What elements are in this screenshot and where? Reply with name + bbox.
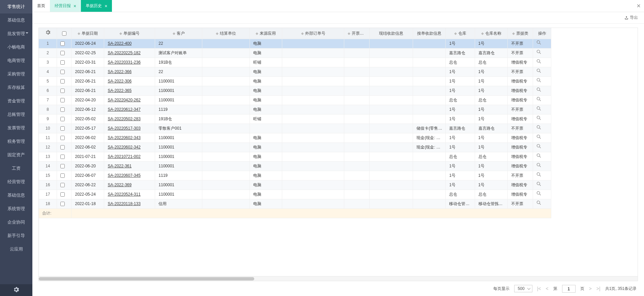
table-row[interactable]: 72022-04-20SA-20220420-2621100001电脑总仓总仓增…: [39, 96, 551, 105]
view-button[interactable]: [536, 192, 541, 197]
table-row[interactable]: 102022-05-17SA-20220517-303零散客户001储值卡(零售…: [39, 124, 551, 133]
sidebar-item[interactable]: 税务管理: [0, 135, 32, 148]
sort-icon[interactable]: [216, 32, 218, 36]
view-button[interactable]: [536, 126, 541, 131]
doc-link[interactable]: SA-20220612-347: [108, 107, 140, 112]
tab-bill-history[interactable]: 单据历史 ×: [81, 0, 112, 12]
page-input[interactable]: [562, 285, 576, 293]
sidebar-item[interactable]: 批发管理: [0, 27, 32, 40]
checkbox-column[interactable]: [57, 28, 71, 39]
col-bybill[interactable]: 按单收款信息: [413, 28, 446, 39]
table-row[interactable]: 82022-06-12SA-20220612-3471119电脑1号1号不开票: [39, 105, 551, 114]
view-button[interactable]: [536, 51, 541, 55]
col-cash[interactable]: 现结收款信息: [370, 28, 413, 39]
export-button[interactable]: 导出: [624, 15, 638, 21]
sort-icon[interactable]: [348, 32, 350, 36]
sidebar-settings[interactable]: [0, 284, 32, 296]
sidebar-item[interactable]: 工资: [0, 162, 32, 175]
col-unit[interactable]: 结算单位: [202, 28, 250, 39]
last-page-button[interactable]: >|: [596, 286, 601, 291]
doc-link[interactable]: SA-2022-400: [108, 41, 131, 46]
view-button[interactable]: [536, 145, 541, 150]
col-warehouse[interactable]: 仓库: [446, 28, 475, 39]
doc-link[interactable]: SA-20220225-182: [108, 51, 140, 55]
sidebar-item[interactable]: 资金管理: [0, 94, 32, 108]
next-page-button[interactable]: >: [589, 286, 592, 291]
view-button[interactable]: [536, 98, 541, 102]
table-row[interactable]: 92022-05-02SA-20220502-283191B仓旺铺1号1号增值税…: [39, 114, 551, 124]
view-button[interactable]: [536, 135, 541, 140]
sidebar-item[interactable]: 采购管理: [0, 67, 32, 81]
doc-link[interactable]: SA-20220118-133: [108, 201, 140, 206]
sort-icon[interactable]: [256, 32, 258, 36]
col-invoice[interactable]: 开票日期: [344, 28, 369, 39]
col-warehouse-name[interactable]: 仓库名称: [475, 28, 507, 39]
row-checkbox[interactable]: [60, 51, 65, 55]
doc-link[interactable]: SA-20220607-345: [108, 173, 140, 178]
per-page-select[interactable]: 500: [514, 285, 532, 292]
sidebar-item[interactable]: 小畅电商: [0, 40, 32, 54]
row-checkbox[interactable]: [60, 202, 65, 206]
doc-link[interactable]: SA-2022-361: [108, 164, 131, 168]
row-checkbox[interactable]: [60, 192, 65, 197]
table-row[interactable]: 42022-06-21SA-2022-36622电脑1号1号不开票: [39, 67, 551, 77]
col-date[interactable]: 单据日期: [71, 28, 104, 39]
table-row[interactable]: 122022-06-02SA-20220602-3421100001电脑现金(现…: [39, 143, 551, 152]
sidebar-item[interactable]: 新手引导: [0, 229, 32, 242]
row-checkbox[interactable]: [60, 136, 65, 140]
row-checkbox[interactable]: [60, 98, 65, 102]
table-row[interactable]: 32022-03-31SA-20220331-236191B仓旺铺总仓总仓增值税…: [39, 58, 551, 67]
sidebar-item[interactable]: 经营管理: [0, 175, 32, 189]
doc-link[interactable]: SA-2022-369: [108, 183, 131, 187]
row-checkbox[interactable]: [60, 155, 65, 159]
table-row[interactable]: 142022-06-20SA-2022-3611100001电脑1号1号增值税专: [39, 162, 551, 171]
table-row[interactable]: 12022-06-24SA-2022-40022电脑1号1号不开票: [39, 39, 551, 48]
sort-icon[interactable]: [454, 32, 457, 36]
view-button[interactable]: [536, 60, 541, 65]
sidebar-item[interactable]: 基础信息: [0, 189, 32, 202]
close-icon[interactable]: ×: [74, 4, 76, 8]
table-row[interactable]: 52022-06-21SA-2022-3061100001电脑1号1号增值税专: [39, 77, 551, 86]
sort-icon[interactable]: [173, 32, 175, 36]
table-row[interactable]: 112022-06-02SA-20220602-3431100001电脑现金(现…: [39, 133, 551, 143]
sidebar-item[interactable]: 电商管理: [0, 54, 32, 67]
sort-icon[interactable]: [481, 32, 484, 36]
table-row[interactable]: 172022-05-24SA-20220524-3111100001电脑总仓总仓…: [39, 190, 551, 199]
settings-column[interactable]: [39, 28, 57, 39]
doc-link[interactable]: SA-20210721-002: [108, 154, 140, 159]
row-checkbox[interactable]: [60, 145, 65, 150]
tab-business-daily[interactable]: 经营日报 ×: [50, 0, 81, 12]
sidebar-item[interactable]: 企业协同: [0, 216, 32, 229]
first-page-button[interactable]: |<: [537, 286, 541, 291]
doc-link[interactable]: SA-20220602-343: [108, 135, 140, 140]
close-icon[interactable]: ×: [105, 4, 107, 8]
col-ticket[interactable]: 票据类: [507, 28, 533, 39]
sidebar-item[interactable]: 库存核算: [0, 81, 32, 94]
doc-link[interactable]: SA-20220602-342: [108, 145, 140, 150]
row-checkbox[interactable]: [60, 107, 65, 112]
view-button[interactable]: [536, 69, 541, 74]
view-button[interactable]: [536, 79, 541, 84]
view-button[interactable]: [536, 201, 541, 206]
table-row[interactable]: 182022-01-18SA-20220118-133信用电脑移动仓管拣…移动仓…: [39, 199, 551, 209]
sidebar-item[interactable]: 系统管理: [0, 202, 32, 216]
sidebar-item[interactable]: 固定资产: [0, 148, 32, 162]
table-row[interactable]: 22022-02-25SA-20220225-182测试客户对账单电脑嘉言路仓嘉…: [39, 48, 551, 58]
view-button[interactable]: [536, 164, 541, 168]
scroll-thumb[interactable]: [39, 277, 254, 281]
sidebar-item[interactable]: 发票管理: [0, 121, 32, 135]
doc-link[interactable]: SA-20220420-262: [108, 98, 140, 102]
doc-link[interactable]: SA-2022-306: [108, 79, 131, 84]
prev-page-button[interactable]: <: [546, 286, 548, 291]
row-checkbox[interactable]: [60, 60, 65, 65]
sidebar-item[interactable]: 零售统计: [0, 0, 32, 13]
doc-link[interactable]: SA-2022-365: [108, 88, 131, 93]
row-checkbox[interactable]: [60, 117, 65, 121]
select-all-checkbox[interactable]: [62, 31, 66, 36]
col-customer[interactable]: 客户: [155, 28, 202, 39]
row-checkbox[interactable]: [60, 79, 65, 84]
sidebar-item[interactable]: 基础信息: [0, 13, 32, 27]
sort-icon[interactable]: [78, 32, 80, 36]
table-row[interactable]: 62022-06-21SA-2022-3651100001电脑1号1号增值税专: [39, 86, 551, 96]
row-checkbox[interactable]: [60, 164, 65, 168]
